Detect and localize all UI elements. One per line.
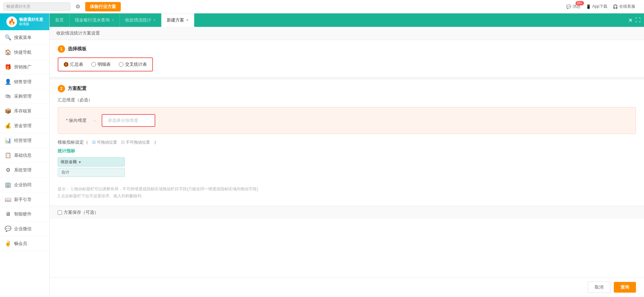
sidebar-item-operation[interactable]: 📊 经营管理 <box>0 133 49 148</box>
tab-bank-flow-label: 现金银行流水查询 <box>75 17 110 23</box>
breadcrumb: 收款情况统计方案设置 <box>50 27 644 40</box>
tab-collection-stats-close[interactable]: × <box>153 18 156 22</box>
query-button[interactable]: 查询 <box>614 282 636 293</box>
sidebar-label-enterprise: 企业协同 <box>14 182 32 188</box>
sidebar-item-hardware[interactable]: 🖥 智能硬件 <box>0 207 49 221</box>
radio-detail[interactable]: 明细表 <box>91 61 111 67</box>
sidebar-label-purchase: 采购管理 <box>14 93 32 99</box>
sidebar-item-inventory[interactable]: 📦 库存核算 <box>0 104 49 118</box>
no-draggable-label: 不可拖动位置 <box>126 140 150 145</box>
messages-badge: 99+ <box>576 1 584 5</box>
support-item[interactable]: 🎧 在线客服 <box>613 4 635 9</box>
radio-summary[interactable]: 汇总表 <box>64 61 83 67</box>
save-checkbox[interactable] <box>58 210 62 215</box>
gear-icon: ⚙ <box>5 167 11 173</box>
sidebar-item-wechat[interactable]: 💬 企业微信 <box>0 221 49 236</box>
headset-icon: 🎧 <box>613 4 618 9</box>
book-icon: 📖 <box>5 196 11 203</box>
content-area: 首页 现金银行流水查询 × 收款情况统计 × 新建方案 × ✕ ⛶ <box>50 13 644 297</box>
bottom-bar: 方案保存（可选） <box>50 206 644 219</box>
download-item[interactable]: 📱 App下载 <box>586 4 607 9</box>
sidebar-item-member[interactable]: ✌ 畅会员 <box>0 236 49 251</box>
top-bar-right: 💬 消息 99+ 📱 App下载 🎧 在线客服 <box>566 4 641 9</box>
chart-icon: 📊 <box>5 137 11 144</box>
sidebar-label-base: 基础信息 <box>14 152 32 158</box>
trial-button[interactable]: 体验行业方案 <box>85 2 121 11</box>
tab-home-label: 首页 <box>55 17 64 23</box>
sidebar-label-wechat: 企业微信 <box>14 226 32 232</box>
indicator-tag-collection[interactable]: 收款金额 ▾ <box>58 157 125 166</box>
vertical-dimension-label: * 纵向维度 <box>66 117 87 123</box>
indicator-tag-label: 收款金额 <box>61 159 77 165</box>
radio-summary-input[interactable] <box>64 62 68 67</box>
messages-item[interactable]: 💬 消息 99+ <box>566 4 581 9</box>
section-config: 2 方案配置 汇总维度（必选） * 纵向维度 → 请选择分组维度 <box>50 80 644 182</box>
draggable-hint: 可拖动位置 <box>92 140 117 145</box>
radio-summary-label: 汇总表 <box>70 61 83 67</box>
sidebar-label-guide: 新手引导 <box>14 197 32 203</box>
indicators-title: 模板指标设定（ <box>58 139 88 145</box>
section-title-config: 2 方案配置 <box>58 85 636 92</box>
logo-icon: 🔥 <box>6 16 17 27</box>
chevron-down-icon: ▾ <box>79 160 81 164</box>
tab-new-plan-close[interactable]: × <box>186 18 189 22</box>
tab-close-window-button[interactable]: ✕ <box>628 17 633 23</box>
radio-cross-label: 交叉统计表 <box>125 61 147 67</box>
radio-detail-input[interactable] <box>91 62 96 67</box>
sidebar-item-sales[interactable]: 👤 销售管理 <box>0 75 49 89</box>
drag-dot-icon <box>92 141 96 144</box>
sidebar-label-member: 畅会员 <box>14 241 27 247</box>
building-icon: 🏢 <box>5 182 11 188</box>
tab-home[interactable]: 首页 <box>50 13 69 27</box>
sidebar-item-purchase[interactable]: 🛍 采购管理 <box>0 89 49 104</box>
tab-bank-flow-close[interactable]: × <box>112 18 114 22</box>
download-icon: 📱 <box>586 4 591 9</box>
gift-icon: 🎁 <box>5 64 11 70</box>
tab-maximize-button[interactable]: ⛶ <box>635 17 641 23</box>
sidebar-item-marketing[interactable]: 🎁 营销推广 <box>0 60 49 75</box>
monitor-icon: 🖥 <box>5 211 11 217</box>
section-divider-1 <box>50 77 644 80</box>
home-icon: 🏠 <box>5 49 11 55</box>
chat-icon: 💬 <box>5 226 11 232</box>
dim-arrow-icon: → <box>92 118 96 123</box>
sidebar-item-quick-nav[interactable]: 🏠 快捷导航 <box>0 45 49 60</box>
sidebar-item-system[interactable]: ⚙ 系统管理 <box>0 163 49 178</box>
dimension-label: 汇总维度（必选） <box>58 97 636 103</box>
logo-text: 畅捷通好生意 标准版 <box>19 17 43 27</box>
sidebar-item-search[interactable]: 🔍 搜索菜单 <box>0 30 49 45</box>
tip-1: 提示： 1.拖动标题栏可以调整布局，不可跨维度或指标区域拖动栏目字段(只能在同一… <box>58 186 636 192</box>
tab-bank-flow[interactable]: 现金银行流水查询 × <box>69 13 120 27</box>
member-icon: ✌ <box>5 240 11 247</box>
cancel-button[interactable]: 取消 <box>588 282 610 293</box>
sidebar-label-quick-nav: 快捷导航 <box>14 49 32 55</box>
sidebar-label-system: 系统管理 <box>14 167 32 173</box>
section-template: 1 选择模板 汇总表 明细表 <box>50 40 644 77</box>
section-title-template: 1 选择模板 <box>58 45 636 53</box>
bag-icon: 🛍 <box>5 93 11 99</box>
save-label[interactable]: 方案保存（可选） <box>58 209 99 215</box>
box-icon: 📦 <box>5 108 11 114</box>
sidebar-label-inventory: 库存核算 <box>14 108 32 114</box>
tips-section: 提示： 1.拖动标题栏可以调整布局，不可跨维度或指标区域拖动栏目字段(只能在同一… <box>50 182 644 206</box>
settings-button[interactable]: ⚙ <box>73 2 83 11</box>
tab-collection-stats[interactable]: 收款情况统计 × <box>120 13 161 27</box>
tab-new-plan[interactable]: 新建方案 × <box>161 13 194 27</box>
sidebar-item-enterprise[interactable]: 🏢 企业协同 <box>0 178 49 192</box>
message-icon: 💬 <box>566 4 571 9</box>
dimension-select[interactable]: 请选择分组维度 <box>102 114 155 127</box>
sidebar-label-marketing: 营销推广 <box>14 64 32 70</box>
radio-cross-input[interactable] <box>119 62 123 67</box>
sidebar-item-base[interactable]: 📋 基础信息 <box>0 148 49 163</box>
address-bar: 畅捷通好生意 <box>3 2 70 11</box>
sidebar-item-guide[interactable]: 📖 新手引导 <box>0 192 49 207</box>
sidebar-logo: 🔥 畅捷通好生意 标准版 <box>0 13 49 30</box>
dimension-area: * 纵向维度 → 请选择分组维度 <box>58 107 636 134</box>
hint-close-paren: ） <box>154 139 158 145</box>
sidebar-item-capital[interactable]: 💰 资金管理 <box>0 118 49 133</box>
radio-cross[interactable]: 交叉统计表 <box>119 61 147 67</box>
save-text: 方案保存（可选） <box>64 209 99 215</box>
draggable-label: 可拖动位置 <box>97 140 117 145</box>
radio-detail-label: 明细表 <box>98 61 111 67</box>
clipboard-icon: 📋 <box>5 152 11 158</box>
